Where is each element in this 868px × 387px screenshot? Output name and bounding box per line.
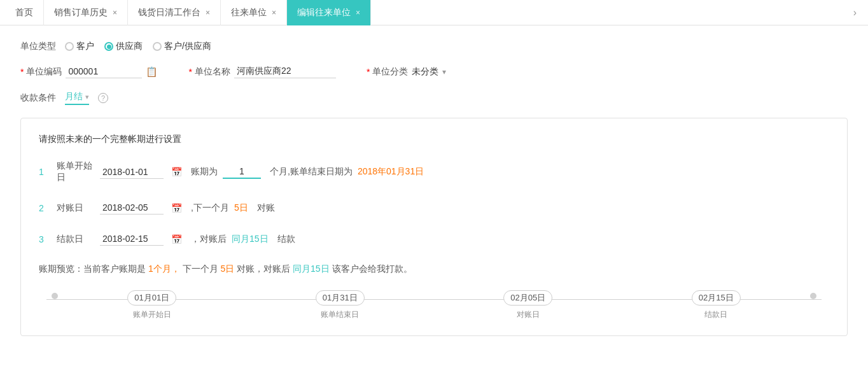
row-3-highlight-day: 同月15日 [232, 234, 269, 245]
unit-category-star: * [367, 67, 370, 77]
tab-cash-work[interactable]: 钱货日清工作台 × [128, 0, 221, 25]
row-3-desc-prefix: ，对账后 [191, 234, 227, 245]
payment-terms-chevron[interactable]: ▾ [85, 93, 89, 101]
payment-terms-select[interactable]: 月结 ▾ [65, 91, 89, 105]
tab-home[interactable]: 首页 [5, 0, 44, 25]
tab-edit-partner[interactable]: 编辑往来单位 × [287, 0, 371, 25]
row-2-desc-suffix: 对账 [257, 202, 275, 214]
row-1-desc-prefix: 账期为 [191, 166, 218, 178]
tab-sales-history-close[interactable]: × [113, 8, 117, 17]
row-3-type: 结款日 [57, 234, 95, 245]
tab-partners[interactable]: 往来单位 × [221, 0, 287, 25]
tl-badge-1: 01月01日 [127, 290, 176, 306]
unit-type-label: 单位类型 [20, 41, 56, 52]
row-1-date-input[interactable] [100, 165, 164, 179]
radio-customer[interactable]: 客户 [65, 41, 94, 52]
tabs-bar: 首页 销售订单历史 × 钱货日清工作台 × 往来单位 × 编辑往来单位 × › [0, 0, 868, 25]
setting-row-1: 1 账单开始日 📅 账期为 个月,账单结束日期为 2018年01月31日 [39, 160, 829, 183]
unit-code-star: * [20, 67, 24, 77]
row-1-num: 1 [39, 167, 52, 177]
unit-name-input[interactable] [234, 65, 336, 78]
preview-mid2: 对账，对账后 [237, 264, 290, 274]
unit-type-radio-group: 客户 供应商 客户/供应商 [65, 41, 211, 52]
timeline: 01月01日 账单开始日 01月31日 账单结束日 02月05日 对账日 [39, 290, 829, 320]
row-1-type: 账单开始日 [57, 160, 95, 183]
row-2-type: 对账日 [57, 202, 95, 214]
row-3-cal-icon[interactable]: 📅 [171, 234, 182, 244]
tab-edit-partner-close[interactable]: × [356, 8, 360, 17]
tab-partners-close[interactable]: × [272, 8, 276, 17]
tl-segment-1: 01月01日 账单开始日 [58, 290, 246, 320]
preview-highlight3: 同月15日 [293, 264, 330, 274]
tl-node-2: 01月31日 账单结束日 [316, 290, 365, 320]
tl-segment-4: 02月15日 结款日 [622, 290, 811, 320]
tab-sales-history[interactable]: 销售订单历史 × [44, 0, 128, 25]
radio-customer-supplier-circle [153, 42, 162, 51]
row-3-date-input[interactable] [100, 232, 164, 246]
tl-badge-2: 01月31日 [316, 290, 365, 306]
tl-dot-end [810, 293, 816, 299]
help-icon-char: ? [101, 94, 105, 102]
tl-segment-2: 01月31日 账单结束日 [246, 290, 435, 320]
row-2-desc-prefix: ,下一个月 [191, 202, 229, 214]
tab-home-label: 首页 [15, 7, 33, 18]
tab-partners-label: 往来单位 [231, 7, 267, 18]
tab-edit-partner-label: 编辑往来单位 [297, 7, 351, 18]
tl-sublabel-4: 结款日 [704, 309, 727, 320]
preview-highlight2: 5日 [220, 264, 234, 274]
preview-text: 账期预览：当前客户账期是 1个月， 下一个月 5日 对账，对账后 同月15日 该… [39, 264, 829, 275]
radio-supplier-label: 供应商 [116, 41, 143, 52]
unit-info-row: * 单位编码 📋 * 单位名称 * 单位分类 未分类 ▾ [20, 65, 848, 78]
radio-supplier[interactable]: 供应商 [104, 41, 143, 52]
row-2-num: 2 [39, 203, 52, 213]
radio-customer-supplier[interactable]: 客户/供应商 [153, 41, 211, 52]
row-1-highlight-date: 2018年01月31日 [358, 166, 424, 178]
setting-row-3: 3 结款日 📅 ，对账后 同月15日 结款 [39, 232, 829, 246]
timeline-start-dot [52, 293, 58, 299]
row-2-cal-icon[interactable]: 📅 [171, 203, 182, 213]
tl-segment-3: 02月05日 对账日 [434, 290, 622, 320]
panel-title: 请按照未来的一个完整帐期进行设置 [39, 134, 829, 145]
row-2-date-input[interactable] [100, 201, 164, 215]
settings-panel: 请按照未来的一个完整帐期进行设置 1 账单开始日 📅 账期为 个月,账单结束日期… [20, 118, 848, 336]
unit-category-value: 未分类 [412, 66, 438, 78]
tl-sublabel-1: 账单开始日 [133, 309, 171, 320]
radio-customer-circle [65, 42, 74, 51]
unit-category-select[interactable]: 未分类 ▾ [412, 66, 446, 78]
unit-category-label: 单位分类 [372, 66, 408, 78]
timeline-nodes: 01月01日 账单开始日 01月31日 账单结束日 02月05日 对账日 [52, 290, 816, 320]
tl-badge-4: 02月15日 [692, 290, 741, 306]
tab-cash-work-label: 钱货日清工作台 [138, 7, 200, 18]
tab-sales-history-label: 销售订单历史 [54, 7, 108, 18]
unit-name-star: * [188, 67, 192, 77]
preview-suffix: 该客户会给我打款。 [332, 264, 412, 274]
row-3-num: 3 [39, 234, 52, 244]
unit-name-group: * 单位名称 [188, 65, 335, 78]
timeline-end-dot [810, 293, 816, 299]
preview-prefix: 账期预览：当前客户账期是 [39, 264, 146, 274]
tl-badge-3: 02月05日 [503, 290, 552, 306]
period-input[interactable] [223, 165, 261, 179]
tl-sublabel-2: 账单结束日 [321, 309, 359, 320]
tabs-expand-icon[interactable]: › [847, 7, 863, 18]
unit-code-group: * 单位编码 📋 [20, 65, 158, 78]
unit-code-input[interactable] [66, 65, 142, 78]
row-1-cal-icon[interactable]: 📅 [171, 167, 182, 177]
help-icon[interactable]: ? [98, 93, 108, 103]
row-3-desc-suffix: 结款 [277, 234, 295, 245]
unit-type-row: 单位类型 客户 供应商 客户/供应商 [20, 41, 848, 52]
radio-customer-label: 客户 [76, 41, 94, 52]
tl-dot-start [52, 293, 58, 299]
preview-mid1: 下一个月 [183, 264, 218, 274]
payment-terms-row: 收款条件 月结 ▾ ? [20, 91, 848, 105]
unit-code-icon[interactable]: 📋 [146, 66, 158, 78]
payment-terms-label: 收款条件 [20, 92, 56, 104]
unit-category-chevron[interactable]: ▾ [442, 67, 446, 76]
unit-code-label: 单位编码 [26, 66, 62, 78]
unit-name-label: 单位名称 [195, 66, 230, 78]
tl-sublabel-3: 对账日 [517, 309, 540, 320]
preview-highlight1: 1个月， [148, 264, 180, 274]
tab-cash-work-close[interactable]: × [206, 8, 210, 17]
tl-node-3: 02月05日 对账日 [503, 290, 552, 320]
unit-category-group: * 单位分类 未分类 ▾ [367, 66, 446, 78]
